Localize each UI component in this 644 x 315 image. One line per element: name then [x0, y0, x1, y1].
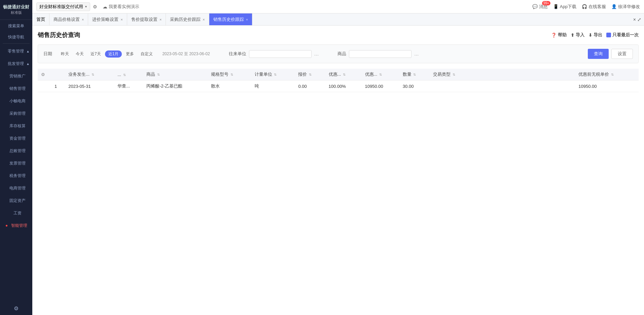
product-dots-button[interactable]: ... [414, 51, 419, 57]
last-only-checkbox[interactable] [606, 33, 611, 37]
th-settings[interactable]: ⚙ [38, 69, 51, 80]
setting-button[interactable]: 设置 [611, 49, 633, 59]
tab-product-price[interactable]: 商品价格设置 × [49, 13, 88, 26]
date-btn-more[interactable]: 更多 [123, 50, 137, 58]
th-trade-type[interactable]: 交易类型 ⇅ [430, 69, 473, 80]
sidebar-item-finance[interactable]: 资金管理 [0, 132, 32, 145]
online-service-button[interactable]: 🎧 在线客服 [582, 4, 606, 10]
th-product[interactable]: 商品 ⇅ [143, 69, 208, 80]
sort-spec-icon[interactable]: ⇅ [230, 73, 233, 76]
sort-quantity-icon[interactable]: ⇅ [413, 73, 416, 76]
sort-price-icon[interactable]: ⇅ [309, 73, 312, 76]
chevron-down-icon: ▾ [85, 5, 87, 8]
sidebar-item-sales[interactable]: 销售管理 [0, 82, 32, 95]
sidebar-item-ecommerce-small-label: 小畅电商 [5, 98, 30, 104]
tab-home[interactable]: 首页 [32, 13, 49, 26]
sidebar-item-fixed-assets[interactable]: 固定资产 [0, 195, 32, 207]
sidebar-item-invoice[interactable]: 发票管理 [0, 157, 32, 170]
sort-discount1-icon[interactable]: ⇅ [343, 73, 346, 76]
date-btn-last1month[interactable]: 近1月 [105, 50, 122, 58]
th-discount2[interactable]: 优惠... ⇅ [362, 69, 399, 80]
sidebar-item-inventory-label: 库存核算 [5, 123, 30, 129]
query-button[interactable]: 查询 [588, 49, 609, 59]
cell-num: 1 [51, 80, 65, 92]
th-pre-tax-price[interactable]: 优惠前无税单价 ⇅ [575, 69, 639, 80]
sidebar-item-purchase[interactable]: 采购管理 [0, 107, 32, 120]
sort-discount2-icon[interactable]: ⇅ [379, 73, 382, 76]
export-button[interactable]: ⬇ 导出 [588, 32, 602, 38]
sort-extra-icon[interactable]: ⇅ [123, 73, 126, 77]
th-spec[interactable]: 规格型号 ⇅ [208, 69, 251, 80]
th-biz-date[interactable]: 业务发生... ⇅ [65, 69, 114, 80]
sidebar-item-smart[interactable]: ● 智能管理 [0, 219, 32, 232]
th-quantity[interactable]: 数量 ⇅ [399, 69, 430, 80]
sidebar-item-ecommerce[interactable]: 电商管理 [0, 182, 32, 195]
sidebar-item-smart-label: 智能管理 [8, 223, 30, 229]
cell-discount2: 10950.00 [362, 80, 399, 92]
sort-trade-type-icon[interactable]: ⇅ [453, 73, 455, 76]
window-expand-button[interactable]: ⤢ [637, 17, 641, 22]
th-price[interactable]: 报价 ⇅ [295, 69, 325, 80]
th-spec-label: 规格型号 [211, 72, 228, 77]
date-btn-yesterday[interactable]: 昨天 [58, 50, 72, 58]
help-icon: ❓ [551, 33, 557, 38]
sidebar-item-inventory[interactable]: 库存核算 [0, 120, 32, 132]
th-discount1[interactable]: 优惠... ⇅ [325, 69, 362, 80]
window-close-button[interactable]: × [633, 17, 636, 22]
sort-unit-icon[interactable]: ⇅ [274, 73, 277, 76]
table-settings-gear-icon[interactable]: ⚙ [41, 72, 45, 77]
smart-dot-icon: ● [5, 223, 8, 228]
topbar-settings-icon[interactable]: ⚙ [93, 4, 97, 9]
page-title-actions: ❓ 帮助 ⬆ 导入 ⬇ 导出 只看最后一次 [551, 32, 639, 38]
tab-purchase-strategy-close[interactable]: × [120, 18, 122, 22]
sidebar-item-ecommerce-small[interactable]: 小畅电商 [0, 95, 32, 107]
sidebar-item-retail[interactable]: 零售管理 ▲ [0, 45, 32, 58]
sidebar-search[interactable]: 搜索菜单 [0, 20, 32, 32]
cell-pre-tax-price: 10950.00 [575, 80, 639, 92]
tab-purchase-strategy[interactable]: 进价策略设置 × [88, 13, 127, 26]
sidebar-item-tax[interactable]: 税务管理 [0, 170, 32, 182]
sidebar-item-general-ledger[interactable]: 总账管理 [0, 145, 32, 157]
source-unit-input[interactable] [249, 50, 312, 58]
tab-purchase-history[interactable]: 采购历史价跟踪 × [166, 13, 209, 26]
tab-sales-history-close[interactable]: × [246, 18, 248, 22]
th-num [51, 69, 65, 80]
sidebar-gear-icon[interactable]: ⚙ [3, 305, 30, 312]
date-btn-last7[interactable]: 近7天 [88, 50, 104, 58]
last-only-checkbox-label[interactable]: 只看最后一次 [606, 32, 639, 38]
tab-sale-price-extract[interactable]: 售价提取设置 × [127, 13, 166, 26]
tab-selector[interactable]: 好业财标准版交付试用 ▾ [36, 2, 90, 11]
sidebar-item-marketing[interactable]: 营销推广 [0, 70, 32, 82]
sidebar-item-salary[interactable]: 工资 [0, 207, 32, 219]
help-label: 帮助 [558, 32, 567, 38]
tab-purchase-history-close[interactable]: × [203, 18, 205, 22]
sidebar-item-general-ledger-label: 总账管理 [5, 148, 30, 154]
sidebar-item-wholesale[interactable]: 批发管理 ▲ [0, 58, 32, 70]
tab-sale-price-extract-close[interactable]: × [159, 18, 162, 22]
cell-biz-date: 2023-05-31 [65, 80, 114, 92]
sort-pre-tax-price-icon[interactable]: ⇅ [611, 73, 614, 76]
table-row[interactable]: 1 2023-05-31 华查... 丙烯酸-2-乙基已酯 散水 吨 0.00 … [38, 80, 639, 92]
app-download-button[interactable]: 📱 App下载 [553, 4, 576, 10]
source-unit-dots-button[interactable]: ... [314, 51, 319, 57]
sort-product-icon[interactable]: ⇅ [157, 73, 160, 76]
th-extra[interactable]: ... ⇅ [114, 69, 143, 80]
sidebar-quick-nav[interactable]: 快捷导航 [0, 32, 32, 42]
data-table: ⚙ 业务发生... ⇅ ... ⇅ 商品 ⇅ [38, 69, 639, 92]
user-menu-button[interactable]: 👤 徐泽华修改 [611, 4, 640, 10]
date-btn-today[interactable]: 今天 [73, 50, 86, 58]
phone-icon: 📱 [553, 4, 559, 9]
tab-sales-history[interactable]: 销售历史价跟踪 × [209, 13, 252, 26]
cell-spec: 散水 [208, 80, 251, 92]
topbar-demo-button[interactable]: ☁ 我要看实例演示 [103, 4, 139, 10]
th-unit[interactable]: 计量单位 ⇅ [251, 69, 295, 80]
help-button[interactable]: ❓ 帮助 [551, 32, 567, 38]
messages-button[interactable]: 💬 消息 99+ [532, 4, 548, 10]
product-input[interactable] [349, 50, 412, 58]
sort-biz-date-icon[interactable]: ⇅ [92, 73, 94, 76]
date-btn-custom[interactable]: 自定义 [138, 50, 155, 58]
import-button[interactable]: ⬆ 导入 [571, 32, 584, 38]
tab-product-price-label: 商品价格设置 [53, 16, 80, 23]
tab-product-price-close[interactable]: × [82, 18, 84, 22]
product-label: 商品 [337, 51, 346, 57]
